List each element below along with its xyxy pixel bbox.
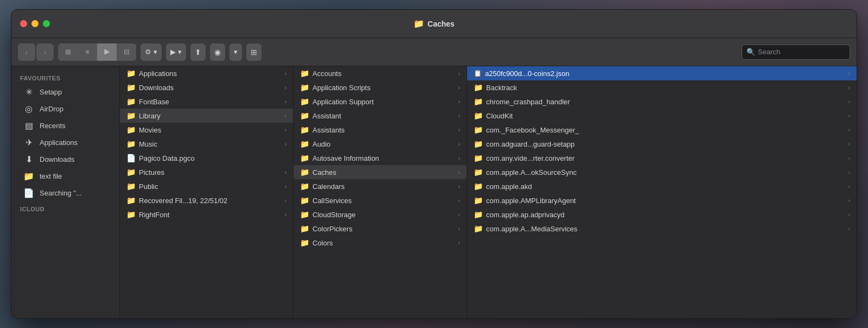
sidebar-item-applications[interactable]: ✈ Applications (15, 134, 116, 151)
folder-icon: 📁 (300, 97, 309, 106)
sidebar-item-downloads[interactable]: ⬇ Downloads (15, 151, 116, 168)
col1-pagicodata[interactable]: 📄 Pagico Data.pgco (120, 151, 293, 165)
folder-icon: 📁 (126, 125, 136, 134)
sidebar-section-favourites: Favourites (11, 71, 119, 84)
col3-amplib[interactable]: 📁 com.apple.AMPLibraryAgent › (467, 193, 857, 207)
chevron-icon: › (848, 212, 850, 218)
chevron-icon: › (285, 141, 286, 147)
share-button[interactable]: ⬆ (190, 43, 206, 61)
folder-icon: 📁 (474, 111, 483, 120)
col1-downloads[interactable]: 📁 Downloads › (120, 80, 293, 94)
chevron-icon: › (848, 169, 850, 175)
folder-icon: 📁 (474, 140, 483, 148)
col2-caches[interactable]: 📁 Caches › (293, 165, 467, 179)
col2-accounts[interactable]: 📁 Accounts › (293, 66, 467, 80)
col1-fontbase[interactable]: 📁 FontBase › (120, 94, 293, 109)
chevron-icon: › (848, 71, 850, 77)
chevron-icon: › (458, 113, 460, 119)
col3-fbmessenger[interactable]: 📁 com._Facebook_Messenger_ › (467, 123, 857, 137)
col1-rightfont[interactable]: 📁 RightFont › (120, 207, 293, 222)
col3-cloudkit[interactable]: 📁 CloudKit › (467, 109, 857, 123)
col3-appleakd[interactable]: 📁 com.apple.akd › (467, 179, 857, 193)
col3-applemedia[interactable]: 📁 com.apple.A...MediaServices › (467, 222, 857, 236)
sidebar-item-recents[interactable]: ▤ Recents (15, 117, 116, 134)
downloads-icon: ⬇ (23, 154, 34, 165)
col2-colorpickers[interactable]: 📁 ColorPickers › (293, 222, 467, 236)
sidebar-toggle-button[interactable]: ⊞ (246, 43, 261, 61)
col1-music[interactable]: 📁 Music › (120, 137, 293, 151)
arrange-button[interactable]: ⚙ ▾ (141, 43, 162, 61)
col2-cloudstorage[interactable]: 📁 CloudStorage › (293, 207, 467, 222)
sidebar-item-searching[interactable]: 📄 Searching "... (15, 185, 116, 201)
setapp-icon: ✳ (23, 87, 34, 97)
chevron-icon: › (285, 85, 286, 91)
col2-calendars[interactable]: 📁 Calendars › (293, 179, 467, 193)
col3-applebooks[interactable]: 📁 com.apple.A...okSourceSync › (467, 165, 857, 179)
col2-colors[interactable]: 📁 Colors › (293, 236, 467, 250)
col2-audio[interactable]: 📁 Audio › (293, 137, 467, 151)
icon-view-button[interactable]: ⊞ (58, 43, 78, 61)
col1-recoveredfiles[interactable]: 📁 Recovered Fil...19, 22/51/02 › (120, 193, 293, 207)
folder-icon: 📁 (300, 111, 309, 120)
more-button[interactable]: ▾ (229, 43, 242, 61)
sidebar-item-setapp[interactable]: ✳ Setapp (15, 84, 116, 100)
folder-icon: 📁 (300, 140, 309, 148)
col3-appleprivacy[interactable]: 📁 com.apple.ap.adprivacyd › (467, 207, 857, 222)
main-content: Favourites ✳ Setapp ◎ AirDrop ▤ Recents … (11, 66, 857, 318)
chevron-icon: › (848, 127, 850, 133)
chevron-icon: › (458, 169, 460, 175)
column-view-button[interactable]: ⫸ (97, 43, 117, 61)
col3-chrome[interactable]: 📁 chrome_crashpad_handler › (467, 94, 857, 109)
folder-icon: 📁 (474, 196, 483, 205)
col1-applications[interactable]: 📁 Applications › (120, 66, 293, 80)
action-icon: ▶ (170, 48, 176, 56)
forward-button[interactable]: › (36, 43, 54, 61)
col2-appsupport[interactable]: 📁 Application Support › (293, 94, 467, 109)
chevron-icon: › (848, 184, 850, 190)
col3-a250fc[interactable]: 📋 a250fc900d...0-coins2.json › (467, 66, 857, 80)
airdrop-icon: ◎ (23, 104, 34, 114)
col1-library[interactable]: 📁 Library › (120, 109, 293, 123)
folder-icon: 📁 (474, 83, 483, 92)
col2-appscripts[interactable]: 📁 Application Scripts › (293, 80, 467, 94)
chevron-icon: › (285, 212, 286, 218)
sidebar-item-airdrop[interactable]: ◎ AirDrop (15, 100, 116, 117)
chevron-icon: › (285, 127, 286, 133)
col1-public[interactable]: 📁 Public › (120, 179, 293, 193)
maximize-button[interactable] (43, 20, 50, 27)
titlebar: 📁 Caches (11, 10, 857, 38)
folder-icon: 📁 (126, 111, 136, 120)
col2-assistant[interactable]: 📁 Assistant › (293, 109, 467, 123)
col1-movies[interactable]: 📁 Movies › (120, 123, 293, 137)
list-view-button[interactable]: ≡ (78, 43, 97, 61)
col1-pictures[interactable]: 📁 Pictures › (120, 165, 293, 179)
folder-icon: 📁 (300, 196, 309, 205)
folder-icon: 📁 (126, 182, 136, 191)
chevron-icon: › (458, 85, 460, 91)
col3-backtrack[interactable]: 📁 Backtrack › (467, 80, 857, 94)
chevron-icon: › (458, 141, 460, 147)
chevron-icon: › (285, 99, 286, 105)
col3-anyvideo[interactable]: 📁 com.any.vide...rter.converter › (467, 151, 857, 165)
close-button[interactable] (20, 20, 27, 27)
chevron-icon: › (285, 184, 286, 190)
folder-icon: 📁 (474, 210, 483, 219)
folder-icon: 📁 (126, 140, 136, 148)
folder-icon: 📁 (300, 224, 309, 233)
folder-icon: 📁 (300, 125, 309, 134)
sidebar: Favourites ✳ Setapp ◎ AirDrop ▤ Recents … (11, 66, 120, 318)
search-box[interactable]: 🔍 Search (742, 45, 850, 60)
recents-icon: ▤ (23, 121, 34, 131)
col2-callservices[interactable]: 📁 CallServices › (293, 193, 467, 207)
tag-button[interactable]: ◉ (210, 43, 225, 61)
folder-icon: 📁 (300, 154, 309, 162)
back-button[interactable]: ‹ (18, 43, 35, 61)
col3-adguard[interactable]: 📁 com.adguard...guard-setapp › (467, 137, 857, 151)
minimize-button[interactable] (31, 20, 39, 27)
col2-assistants[interactable]: 📁 Assistants › (293, 123, 467, 137)
gallery-view-button[interactable]: ⊟ (117, 43, 136, 61)
chevron-icon: › (458, 99, 460, 105)
action-button[interactable]: ▶ ▾ (166, 43, 186, 61)
sidebar-item-textfile[interactable]: 📁 text file (15, 168, 116, 185)
col2-autosave[interactable]: 📁 Autosave Information › (293, 151, 467, 165)
